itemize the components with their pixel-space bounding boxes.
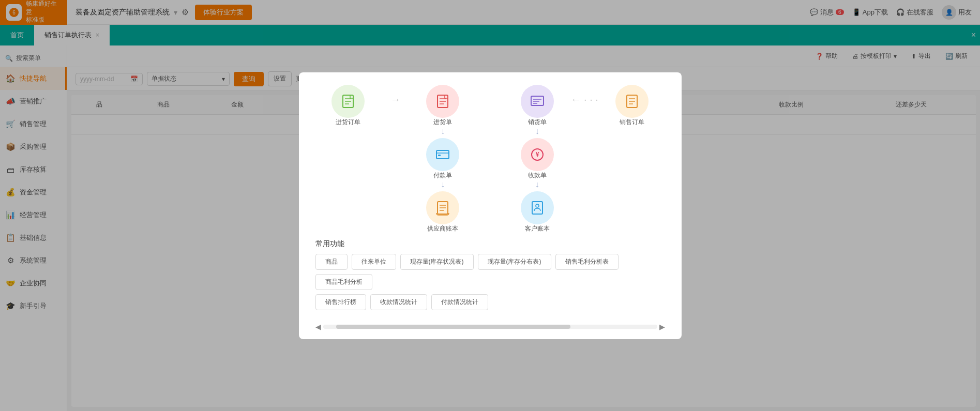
- scroll-right-btn[interactable]: ▶: [659, 323, 665, 331]
- svg-point-28: [536, 204, 539, 207]
- node-supplier-ledger[interactable]: 供应商账本: [410, 191, 476, 233]
- svg-rect-20: [438, 155, 441, 156]
- common-func-section: 常用功能 商品 往来单位 现存量(库存状况表) 现存量(库存分布表) 销售毛利分…: [299, 239, 682, 321]
- purchase-slip-label: 进货单: [433, 118, 452, 127]
- purchase-order-label: 进货订单: [336, 118, 360, 127]
- func-btn-product-profit[interactable]: 商品毛利分析: [315, 274, 372, 290]
- sales-order-label: 销售订单: [620, 118, 644, 127]
- node-customer-ledger[interactable]: 客户账本: [504, 191, 570, 233]
- func-btn-payment-stats[interactable]: 付款情况统计: [431, 294, 488, 310]
- func-btns-row2: 销售排行榜 收款情况统计 付款情况统计: [315, 294, 665, 310]
- func-btn-inventory-dist[interactable]: 现存量(库存分布表): [478, 254, 551, 270]
- sales-slip-label: 销货单: [528, 118, 547, 127]
- svg-rect-27: [532, 202, 542, 214]
- node-sales-order[interactable]: 销售订单: [599, 85, 665, 127]
- popup-overlay[interactable]: 进货订单 → 进货单 销货单: [0, 0, 980, 411]
- scroll-left-btn[interactable]: ◀: [315, 323, 321, 331]
- node-sales-slip[interactable]: 销货单: [504, 85, 570, 127]
- node-receipt-slip[interactable]: ¥ 收款单: [504, 138, 570, 180]
- svg-rect-10: [531, 96, 544, 105]
- func-btn-product[interactable]: 商品: [315, 254, 348, 270]
- common-func-title: 常用功能: [315, 239, 665, 249]
- func-btn-sales-ranking[interactable]: 销售排行榜: [315, 294, 366, 310]
- supplier-ledger-label: 供应商账本: [427, 224, 458, 233]
- func-btn-receipt-stats[interactable]: 收款情况统计: [370, 294, 427, 310]
- func-btn-sales-profit[interactable]: 销售毛利分析表: [555, 254, 619, 270]
- payment-slip-label: 付款单: [433, 171, 452, 180]
- customer-ledger-label: 客户账本: [525, 224, 550, 233]
- func-btn-partner[interactable]: 往来单位: [352, 254, 396, 270]
- node-payment-slip[interactable]: 付款单: [410, 138, 476, 180]
- func-btn-inventory-status[interactable]: 现存量(库存状况表): [400, 254, 474, 270]
- node-purchase-slip[interactable]: 进货单: [410, 85, 476, 127]
- receipt-slip-label: 收款单: [528, 171, 547, 180]
- func-btns-row1: 商品 往来单位 现存量(库存状况表) 现存量(库存分布表) 销售毛利分析表 商品…: [315, 254, 665, 290]
- svg-rect-18: [436, 150, 449, 159]
- svg-text:¥: ¥: [536, 151, 539, 158]
- flow-section: 进货订单 → 进货单 销货单: [299, 72, 682, 239]
- popup-dialog: 进货订单 → 进货单 销货单: [299, 72, 682, 339]
- node-purchase-order[interactable]: 进货订单: [315, 85, 382, 127]
